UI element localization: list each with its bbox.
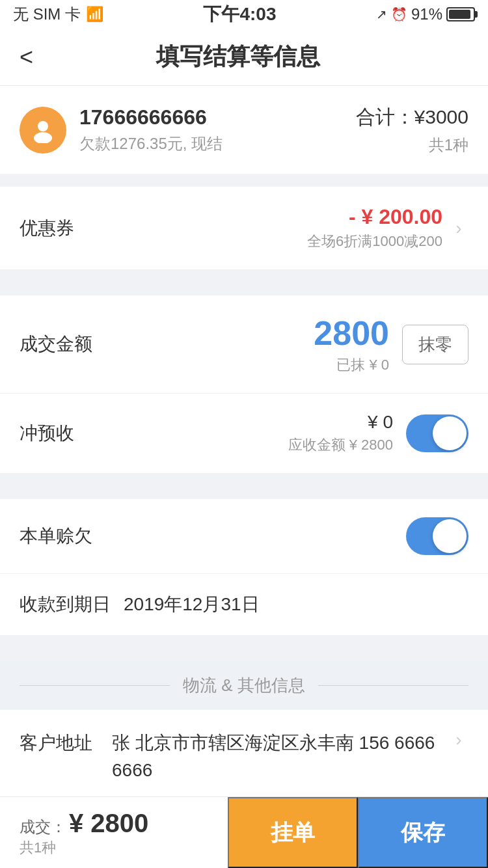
coupon-card: 优惠券 - ¥ 200.00 全场6折满1000减200 ›: [0, 187, 488, 269]
coupon-detail: 全场6折满1000减200: [74, 232, 442, 251]
page-title: 填写结算等信息: [46, 41, 429, 73]
deal-amount-label: 成交金额: [20, 332, 92, 357]
customer-phone: 17666666666: [79, 105, 356, 129]
round-button[interactable]: 抹零: [402, 325, 468, 364]
address-value: 张 北京市市辖区海淀区永丰南 156 6666 6666: [112, 729, 442, 784]
deal-amount-row: 成交金额 2800 已抹 ¥ 0 抹零: [0, 295, 488, 393]
wifi-icon: 📶: [86, 6, 103, 23]
prepayment-row: 冲预收 ¥ 0 应收金额 ¥ 2800: [0, 393, 488, 473]
status-right: ↗ ⏰ 91%: [376, 5, 475, 23]
coupon-discount: - ¥ 200.00: [74, 205, 442, 229]
debt-row: 本单赊欠: [0, 499, 488, 573]
address-chevron-icon: ›: [449, 729, 468, 750]
customer-total: 合计：¥3000 共1种: [356, 104, 468, 156]
customer-card: 17666666666 欠款1276.35元, 现结 合计：¥3000 共1种: [0, 86, 488, 174]
total-amount: 合计：¥3000: [356, 104, 468, 131]
status-bar: 无 SIM 卡 📶 下午4:03 ↗ ⏰ 91%: [0, 0, 488, 29]
bottom-bar: 成交： ¥ 2800 共1种 挂单 保存: [0, 796, 488, 868]
battery-indicator: [446, 7, 475, 21]
customer-row: 17666666666 欠款1276.35元, 现结 合计：¥3000 共1种: [0, 86, 488, 174]
logistics-section-header: 物流 & 其他信息: [0, 661, 488, 710]
header-line-left: [20, 685, 170, 686]
status-time: 下午4:03: [203, 2, 276, 27]
debt-card: 本单赊欠 收款到期日 2019年12月31日: [0, 499, 488, 635]
prepayment-toggle[interactable]: [406, 414, 468, 452]
prepayment-amount: ¥ 0: [74, 412, 393, 433]
deal-value-area: 2800 已抹 ¥ 0: [92, 314, 389, 375]
save-button[interactable]: 保存: [358, 797, 488, 868]
customer-debt: 欠款1276.35元, 现结: [79, 133, 356, 154]
debt-toggle-knob: [433, 519, 467, 553]
debt-toggle[interactable]: [406, 517, 468, 555]
bottom-amount: ¥ 2800: [69, 809, 148, 838]
coupon-label: 优惠券: [20, 216, 74, 241]
svg-point-0: [38, 121, 48, 131]
carrier-label: 无 SIM 卡: [13, 4, 81, 25]
header-line-right: [318, 685, 468, 686]
bottom-summary: 成交： ¥ 2800 共1种: [0, 797, 228, 868]
bottom-deal-label: 成交：: [20, 817, 66, 837]
coupon-chevron-icon: ›: [449, 218, 468, 239]
debt-label: 本单赊欠: [20, 524, 92, 549]
nav-bar: < 填写结算等信息: [0, 29, 488, 86]
main-content: 17666666666 欠款1276.35元, 现结 合计：¥3000 共1种 …: [0, 86, 488, 868]
svg-point-1: [34, 132, 52, 143]
alarm-icon: ⏰: [391, 7, 407, 22]
total-count: 共1种: [356, 135, 468, 156]
deal-amount-value: 2800: [92, 314, 389, 353]
battery-percent: 91%: [411, 5, 442, 23]
due-date-row: 收款到期日 2019年12月31日: [0, 573, 488, 635]
hang-button[interactable]: 挂单: [228, 797, 358, 868]
coupon-value-area: - ¥ 200.00 全场6折满1000减200: [74, 205, 442, 251]
status-left: 无 SIM 卡 📶: [13, 4, 103, 25]
toggle-knob: [433, 416, 467, 450]
back-button[interactable]: <: [20, 37, 46, 77]
deal-card: 成交金额 2800 已抹 ¥ 0 抹零 冲预收 ¥ 0 应收金额 ¥ 2800: [0, 295, 488, 473]
due-date-label: 收款到期日: [20, 592, 111, 617]
customer-info: 17666666666 欠款1276.35元, 现结: [79, 105, 356, 154]
location-icon: ↗: [376, 7, 387, 22]
prepayment-value-area: ¥ 0 应收金额 ¥ 2800: [74, 412, 393, 455]
section-divider-1: [0, 282, 488, 295]
address-card[interactable]: 客户地址 张 北京市市辖区海淀区永丰南 156 6666 6666 ›: [0, 710, 488, 804]
coupon-row[interactable]: 优惠券 - ¥ 200.00 全场6折满1000减200 ›: [0, 187, 488, 269]
address-label: 客户地址: [20, 729, 92, 755]
prepayment-sub: 应收金额 ¥ 2800: [74, 435, 393, 455]
section-divider-3: [0, 648, 488, 661]
avatar: [20, 107, 66, 154]
section-divider-2: [0, 486, 488, 499]
due-date-value: 2019年12月31日: [124, 592, 260, 617]
prepayment-label: 冲预收: [20, 421, 74, 446]
logistics-header-text: 物流 & 其他信息: [170, 674, 318, 697]
bottom-count: 共1种: [20, 838, 208, 858]
deal-sub-text: 已抹 ¥ 0: [92, 355, 389, 375]
address-row[interactable]: 客户地址 张 北京市市辖区海淀区永丰南 156 6666 6666 ›: [0, 710, 488, 804]
